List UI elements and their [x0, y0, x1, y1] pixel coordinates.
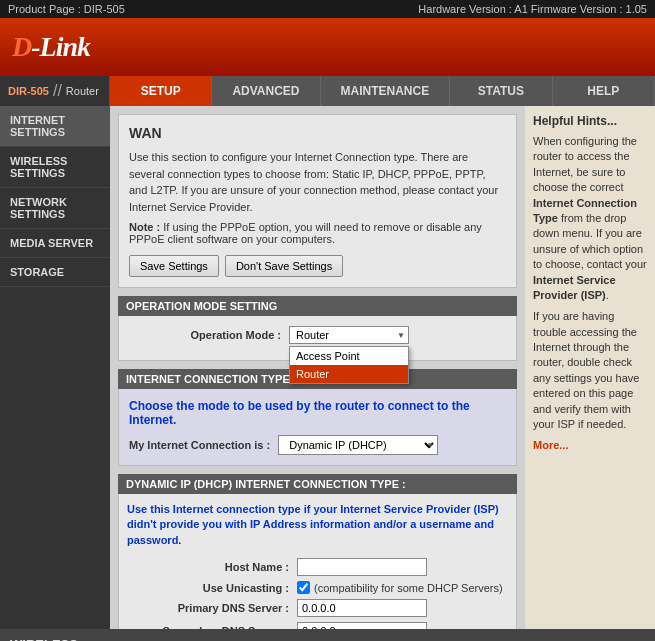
- dhcp-body: Use this Internet connection type if you…: [118, 494, 517, 629]
- breadcrumb: DIR-505 // Router: [0, 76, 110, 106]
- breadcrumb-page: Router: [66, 85, 99, 97]
- wan-title: WAN: [129, 125, 506, 141]
- wan-section: WAN Use this section to configure your I…: [118, 114, 517, 288]
- unicasting-checkbox[interactable]: [297, 581, 310, 594]
- content-area: WAN Use this section to configure your I…: [110, 106, 525, 629]
- tab-maintenance[interactable]: MAINTENANCE: [321, 76, 451, 106]
- secondary-dns-label: Secondary DNS Server :: [127, 625, 297, 629]
- host-name-label: Host Name :: [127, 561, 297, 573]
- dropdown-option-router[interactable]: Router: [290, 365, 408, 383]
- save-settings-button[interactable]: Save Settings: [129, 255, 219, 277]
- secondary-dns-input[interactable]: [297, 622, 427, 629]
- operation-mode-body: Operation Mode : Access Point Router Acc…: [118, 316, 517, 361]
- sidebar-item-wireless-settings[interactable]: WIRELESS SETTINGS: [0, 147, 110, 188]
- ict-select-wrapper: Dynamic IP (DHCP) Static IP PPPoE PPTP L…: [278, 435, 438, 455]
- tab-advanced[interactable]: ADVANCED: [212, 76, 320, 106]
- host-name-input[interactable]: [297, 558, 427, 576]
- unicasting-note: (compatibility for some DHCP Servers): [314, 582, 503, 594]
- wan-note-label: Note :: [129, 221, 160, 233]
- host-name-row: Host Name :: [127, 558, 508, 576]
- operation-mode-label: Operation Mode :: [129, 329, 289, 341]
- bottom-bar: WIRELESS: [0, 629, 655, 641]
- product-page-label: Product Page : DIR-505: [8, 3, 125, 15]
- tab-setup[interactable]: SETUP: [110, 76, 212, 106]
- tab-help[interactable]: HELP: [553, 76, 655, 106]
- help-title: Helpful Hints...: [533, 114, 647, 128]
- primary-dns-label: Primary DNS Server :: [127, 602, 297, 614]
- dropdown-option-access-point[interactable]: Access Point: [290, 347, 408, 365]
- header: D-Link: [0, 18, 655, 76]
- ict-choose-label: Choose the mode to be used by the router…: [129, 399, 506, 427]
- wan-btn-row: Save Settings Don't Save Settings: [129, 255, 506, 277]
- sidebar-item-storage[interactable]: STORAGE: [0, 258, 110, 287]
- dont-save-settings-button[interactable]: Don't Save Settings: [225, 255, 343, 277]
- sidebar-item-internet-settings[interactable]: INTERNET SETTINGS: [0, 106, 110, 147]
- sidebar: INTERNET SETTINGS WIRELESS SETTINGS NETW…: [0, 106, 110, 629]
- version-info: Hardware Version : A1 Firmware Version :…: [418, 3, 647, 15]
- ict-connection-select[interactable]: Dynamic IP (DHCP) Static IP PPPoE PPTP L…: [278, 435, 438, 455]
- secondary-dns-row: Secondary DNS Server :: [127, 622, 508, 629]
- operation-mode-row: Operation Mode : Access Point Router Acc…: [129, 326, 506, 344]
- sidebar-item-network-settings[interactable]: NETWORK SETTINGS: [0, 188, 110, 229]
- help-panel: Helpful Hints... When configuring the ro…: [525, 106, 655, 629]
- tab-status[interactable]: STATUS: [450, 76, 552, 106]
- sidebar-item-media-server[interactable]: MEDIA SERVER: [0, 229, 110, 258]
- wan-description: Use this section to configure your Inter…: [129, 149, 506, 215]
- ict-body: Choose the mode to be used by the router…: [118, 389, 517, 466]
- operation-mode-select-wrapper: Access Point Router: [289, 326, 409, 344]
- dlink-logo: D-Link: [12, 31, 90, 63]
- operation-mode-dropdown-open: Access Point Router: [289, 346, 409, 384]
- unicasting-row: Use Unicasting : (compatibility for some…: [127, 581, 508, 594]
- primary-dns-input[interactable]: [297, 599, 427, 617]
- dhcp-note: Use this Internet connection type if you…: [127, 502, 508, 548]
- help-text-2: If you are having trouble accessing the …: [533, 309, 647, 432]
- ict-row: My Internet Connection is : Dynamic IP (…: [129, 435, 506, 455]
- operation-mode-header: OPERATION MODE SETTING: [118, 296, 517, 316]
- primary-dns-row: Primary DNS Server :: [127, 599, 508, 617]
- breadcrumb-separator: //: [53, 82, 62, 100]
- wan-note-text: If using the PPPoE option, you will need…: [129, 221, 482, 245]
- ict-connection-label: My Internet Connection is :: [129, 439, 270, 451]
- top-bar: Product Page : DIR-505 Hardware Version …: [0, 0, 655, 18]
- operation-mode-select[interactable]: Access Point Router: [289, 326, 409, 344]
- dhcp-header: DYNAMIC IP (DHCP) INTERNET CONNECTION TY…: [118, 474, 517, 494]
- wan-note: Note : If using the PPPoE option, you wi…: [129, 221, 506, 245]
- help-text-1: When configuring the router to access th…: [533, 134, 647, 303]
- unicasting-label: Use Unicasting :: [127, 582, 297, 594]
- help-more-link[interactable]: More...: [533, 438, 647, 453]
- bottom-bar-label: WIRELESS: [10, 637, 78, 641]
- unicasting-checkbox-row: (compatibility for some DHCP Servers): [297, 581, 503, 594]
- model-label: DIR-505: [8, 85, 49, 97]
- operation-mode-dropdown-container: Access Point Router Access Point Router: [289, 326, 409, 344]
- tab-bar: SETUP ADVANCED MAINTENANCE STATUS HELP: [110, 76, 655, 106]
